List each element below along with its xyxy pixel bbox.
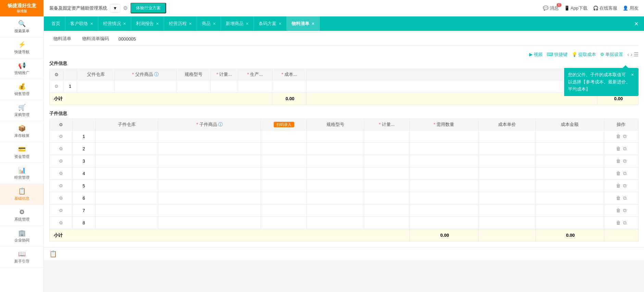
- sidebar-item-guide[interactable]: 📖新手引导: [0, 247, 44, 268]
- child-row5-unitcost[interactable]: [478, 180, 535, 192]
- child-row1-qty[interactable]: [410, 130, 478, 143]
- parent-row1-production[interactable]: [238, 80, 272, 93]
- child-row6-unitcost[interactable]: [478, 192, 535, 205]
- parent-row1-cost[interactable]: [272, 80, 307, 93]
- child-row4-unitcost[interactable]: [478, 167, 535, 180]
- child-row8-unit[interactable]: [364, 217, 410, 229]
- nav-tab-add-goods[interactable]: 新增商品✕: [221, 16, 254, 31]
- child-row5-gear[interactable]: ⚙: [50, 180, 73, 192]
- child-row8-warehouse[interactable]: [95, 217, 158, 229]
- child-row8-gear[interactable]: ⚙: [50, 217, 73, 229]
- child-row4-copy-btn[interactable]: ⧉: [623, 171, 627, 176]
- child-row1-unitcost[interactable]: [478, 130, 535, 143]
- child-row4-spec[interactable]: [307, 167, 364, 180]
- online-service-btn[interactable]: 🎧 在线客服: [593, 5, 618, 11]
- nav-tab-customer[interactable]: 客户联络✕: [65, 16, 98, 31]
- child-row7-unitcost[interactable]: [478, 205, 535, 217]
- nav-tab-barcode[interactable]: 条码方案✕: [254, 16, 287, 31]
- child-row1-delete-btn[interactable]: 🗑: [616, 133, 621, 139]
- child-row3-unitcost[interactable]: [478, 155, 535, 167]
- child-row4-delete-btn[interactable]: 🗑: [616, 171, 621, 176]
- nav-tab-goods[interactable]: 商品✕: [197, 16, 221, 31]
- user-btn[interactable]: 👤 用友: [623, 5, 639, 11]
- extract-cost-btn[interactable]: 💡 提取成本: [572, 51, 596, 58]
- trial-btn[interactable]: 体验行业方案: [131, 3, 166, 13]
- child-row2-warehouse[interactable]: [95, 143, 158, 155]
- sidebar-item-finance[interactable]: 💳资金管理: [0, 142, 44, 163]
- child-row3-delete-btn[interactable]: 🗑: [616, 158, 621, 164]
- sidebar-item-marketing[interactable]: 📢营销推广: [0, 58, 44, 79]
- child-row2-spec[interactable]: [307, 143, 364, 155]
- nav-tab-close-bom[interactable]: ✕: [311, 22, 314, 26]
- child-row7-unit[interactable]: [364, 205, 410, 217]
- child-row3-gear[interactable]: ⚙: [50, 155, 73, 167]
- nav-tab-close-operations-situation[interactable]: ✕: [123, 22, 126, 26]
- scan-btn[interactable]: 扫码录入: [274, 122, 294, 127]
- child-row2-copy-btn[interactable]: ⧉: [623, 146, 627, 151]
- child-row1-product[interactable]: [158, 130, 261, 143]
- child-row3-unit[interactable]: [364, 155, 410, 167]
- parent-row1-gear[interactable]: ⚙: [50, 80, 63, 93]
- single-settings-btn[interactable]: ⚙ 单据设置: [600, 51, 623, 58]
- child-row2-delete-btn[interactable]: 🗑: [616, 146, 621, 151]
- nav-tab-close-profit-report[interactable]: ✕: [156, 22, 159, 26]
- child-row2-product[interactable]: [158, 143, 261, 155]
- nav-tab-close-customer[interactable]: ✕: [90, 22, 93, 26]
- nav-tab-close-goods[interactable]: ✕: [213, 22, 216, 26]
- nav-tab-close-barcode[interactable]: ✕: [278, 22, 282, 26]
- child-row5-warehouse[interactable]: [95, 180, 158, 192]
- list-view-btn[interactable]: ☰: [634, 51, 639, 58]
- child-row6-delete-btn[interactable]: 🗑: [616, 195, 621, 201]
- nav-tab-bom[interactable]: 物料清单✕: [287, 16, 320, 31]
- child-row6-spec[interactable]: [307, 192, 364, 205]
- child-row6-product[interactable]: [158, 192, 261, 205]
- child-row3-warehouse[interactable]: [95, 155, 158, 167]
- child-row7-warehouse[interactable]: [95, 205, 158, 217]
- parent-row1-warehouse[interactable]: [77, 80, 115, 93]
- child-row7-qty[interactable]: [410, 205, 478, 217]
- sub-tab-bom-code[interactable]: 物料清单编码: [78, 34, 113, 43]
- parent-row1-spec[interactable]: [176, 80, 211, 93]
- child-gear-icon[interactable]: ⚙: [59, 122, 63, 127]
- child-row6-copy-btn[interactable]: ⧉: [623, 195, 627, 201]
- child-row8-product[interactable]: [158, 217, 261, 229]
- child-row6-warehouse[interactable]: [95, 192, 158, 205]
- child-row1-gear[interactable]: ⚙: [50, 130, 73, 143]
- child-row6-qty[interactable]: [410, 192, 478, 205]
- child-row1-unit[interactable]: [364, 130, 410, 143]
- child-row2-unitcost[interactable]: [478, 143, 535, 155]
- child-row8-unitcost[interactable]: [478, 217, 535, 229]
- sidebar-item-basic-info[interactable]: 📋基础信息: [0, 184, 44, 205]
- child-row4-qty[interactable]: [410, 167, 478, 180]
- child-row2-unit[interactable]: [364, 143, 410, 155]
- child-row3-qty[interactable]: [410, 155, 478, 167]
- sidebar-item-operations[interactable]: 📊经营管理: [0, 163, 44, 184]
- child-row3-copy-btn[interactable]: ⧉: [623, 158, 627, 164]
- nav-tab-operations-situation[interactable]: 经营情况✕: [98, 16, 131, 31]
- nav-tab-close-business-history[interactable]: ✕: [189, 22, 192, 26]
- child-row3-product[interactable]: [158, 155, 261, 167]
- child-row4-product[interactable]: [158, 167, 261, 180]
- sidebar-item-quick-nav[interactable]: ⚡快捷导航: [0, 37, 44, 58]
- child-row4-warehouse[interactable]: [95, 167, 158, 180]
- child-row7-copy-btn[interactable]: ⧉: [623, 208, 627, 213]
- sidebar-item-inventory[interactable]: 📦库存核算: [0, 121, 44, 142]
- sidebar-item-sales[interactable]: 💰销售管理: [0, 79, 44, 100]
- nav-next-btn[interactable]: ›: [631, 51, 632, 58]
- parent-row1-unit[interactable]: [211, 80, 238, 93]
- child-row8-delete-btn[interactable]: 🗑: [616, 220, 621, 225]
- gear-icon[interactable]: ⚙: [54, 72, 59, 77]
- child-row8-spec[interactable]: [307, 217, 364, 229]
- child-row6-gear[interactable]: ⚙: [50, 192, 73, 205]
- child-row7-product[interactable]: [158, 205, 261, 217]
- child-row8-qty[interactable]: [410, 217, 478, 229]
- child-row2-qty[interactable]: [410, 143, 478, 155]
- message-btn[interactable]: 💬 消息 6: [543, 5, 559, 11]
- child-row4-gear[interactable]: ⚙: [50, 167, 73, 180]
- child-row7-gear[interactable]: ⚙: [50, 205, 73, 217]
- child-row8-copy-btn[interactable]: ⧉: [623, 220, 627, 225]
- sidebar-item-enterprise[interactable]: 🏢企业协同: [0, 226, 44, 247]
- child-row5-spec[interactable]: [307, 180, 364, 192]
- child-row1-spec[interactable]: [307, 130, 364, 143]
- child-row5-qty[interactable]: [410, 180, 478, 192]
